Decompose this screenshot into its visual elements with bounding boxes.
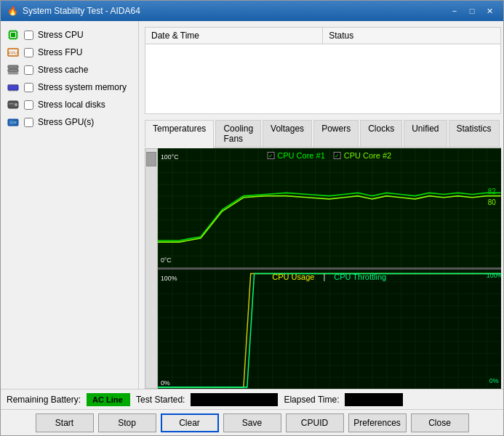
legend-core2-label: CPU Core #2 xyxy=(344,151,391,160)
title-bar: 🔥 System Stability Test - AIDA64 − □ ✕ xyxy=(1,1,503,21)
window-title: System Stability Test - AIDA64 xyxy=(23,6,447,16)
temperature-legend: CPU Core #1 CPU Core #2 xyxy=(267,151,391,160)
stress-disk-checkbox[interactable] xyxy=(24,100,33,110)
svg-rect-24 xyxy=(16,84,17,86)
tab-temperatures[interactable]: Temperatures xyxy=(145,120,214,148)
svg-text:0%: 0% xyxy=(489,377,499,385)
svg-text:FPU: FPU xyxy=(9,51,17,55)
tab-powers[interactable]: Powers xyxy=(313,120,359,147)
svg-rect-17 xyxy=(8,69,18,72)
svg-rect-34 xyxy=(9,121,14,124)
svg-rect-21 xyxy=(11,84,12,86)
close-window-button[interactable]: ✕ xyxy=(481,4,497,18)
stress-cpu-checkbox[interactable] xyxy=(24,31,33,40)
legend-usage-label: CPU Usage xyxy=(272,272,314,281)
log-area: Date & Time Status xyxy=(145,27,501,114)
log-header: Date & Time Status xyxy=(145,28,500,44)
legend-usage: CPU Usage xyxy=(272,272,314,281)
tab-statistics[interactable]: Statistics xyxy=(449,120,500,147)
stress-fpu-checkbox[interactable] xyxy=(24,48,33,57)
stress-fpu-label: Stress FPU xyxy=(38,47,82,57)
footer-buttons: Start Stop Clear Save CPUID Preferences … xyxy=(1,409,503,435)
cache-icon xyxy=(7,63,20,76)
temperature-chart-svg: 100°C 0°C 82 80 xyxy=(158,148,501,267)
svg-text:100°C: 100°C xyxy=(161,153,179,161)
close-button[interactable]: Close xyxy=(411,413,469,432)
stress-memory-checkbox[interactable] xyxy=(24,83,33,92)
stop-button[interactable]: Stop xyxy=(98,413,156,432)
usage-chart-svg: 100% 0% 100% 0% xyxy=(158,270,501,389)
legend-core1-label: CPU Core #1 xyxy=(277,151,324,160)
svg-rect-1 xyxy=(11,33,15,37)
svg-rect-20 xyxy=(9,84,10,86)
save-button[interactable]: Save xyxy=(223,413,281,432)
stress-disk-item[interactable]: Stress local disks xyxy=(7,97,132,113)
stress-cache-checkbox[interactable] xyxy=(24,65,33,75)
svg-rect-19 xyxy=(8,85,18,90)
svg-text:0°C: 0°C xyxy=(161,256,172,263)
battery-label: Remaining Battery: xyxy=(7,395,81,405)
main-content: Stress CPU FPU Stress FPU Stress cache xyxy=(1,21,503,389)
right-panel: Date & Time Status Temperatures Cooling … xyxy=(139,21,503,389)
stress-cpu-item[interactable]: Stress CPU xyxy=(7,27,132,43)
svg-rect-22 xyxy=(12,84,14,86)
battery-value: AC Line xyxy=(87,393,130,406)
svg-rect-25 xyxy=(9,90,10,92)
svg-rect-32 xyxy=(9,103,14,105)
tab-cooling-fans[interactable]: Cooling Fans xyxy=(215,120,261,147)
svg-text:80: 80 xyxy=(488,198,496,206)
elapsed-time-label: Elapsed Time: xyxy=(284,395,339,405)
tab-unified[interactable]: Unified xyxy=(404,120,447,147)
app-icon: 🔥 xyxy=(7,5,18,17)
bottom-info-bar: Remaining Battery: AC Line Test Started:… xyxy=(1,389,503,409)
svg-rect-28 xyxy=(15,90,16,92)
ram-icon xyxy=(7,81,20,94)
svg-rect-26 xyxy=(11,90,12,92)
charts-area: 100°C 0°C 82 80 CPU Core #1 xyxy=(145,148,501,389)
stress-gpu-checkbox[interactable] xyxy=(24,118,33,127)
svg-rect-16 xyxy=(8,65,18,68)
stress-gpu-item[interactable]: Stress GPU(s) xyxy=(7,114,132,130)
tabs-section: Temperatures Cooling Fans Voltages Power… xyxy=(145,120,501,389)
start-button[interactable]: Start xyxy=(36,413,94,432)
svg-point-35 xyxy=(15,121,17,124)
left-panel: Stress CPU FPU Stress FPU Stress cache xyxy=(1,21,139,389)
clear-button[interactable]: Clear xyxy=(161,413,219,432)
stress-gpu-label: Stress GPU(s) xyxy=(38,117,94,127)
svg-text:100%: 100% xyxy=(161,275,177,283)
charts-wrapper: 100°C 0°C 82 80 CPU Core #1 xyxy=(158,148,501,389)
log-col-status: Status xyxy=(323,28,500,44)
minimize-button[interactable]: − xyxy=(447,4,463,18)
cpu-icon xyxy=(7,28,20,41)
svg-rect-23 xyxy=(15,84,16,86)
tab-clocks[interactable]: Clocks xyxy=(360,120,402,147)
svg-text:82: 82 xyxy=(488,187,496,195)
stress-fpu-item[interactable]: FPU Stress FPU xyxy=(7,44,132,60)
stress-cache-label: Stress cache xyxy=(38,65,88,75)
test-started-value xyxy=(191,393,278,406)
svg-rect-29 xyxy=(16,90,17,92)
legend-core1: CPU Core #1 xyxy=(267,151,324,160)
stress-cache-item[interactable]: Stress cache xyxy=(7,62,132,78)
cpuid-button[interactable]: CPUID xyxy=(286,413,344,432)
preferences-button[interactable]: Preferences xyxy=(348,413,407,432)
svg-rect-18 xyxy=(8,73,18,74)
stress-memory-label: Stress system memory xyxy=(38,82,127,92)
stress-disk-label: Stress local disks xyxy=(38,100,105,110)
fpu-icon: FPU xyxy=(7,46,20,59)
svg-rect-27 xyxy=(12,90,14,92)
tab-bar: Temperatures Cooling Fans Voltages Power… xyxy=(145,120,501,148)
vertical-scrollbar[interactable] xyxy=(145,148,158,389)
elapsed-time-value xyxy=(345,393,403,406)
legend-core2-check xyxy=(334,152,341,159)
stress-memory-item[interactable]: Stress system memory xyxy=(7,79,132,95)
tab-voltages[interactable]: Voltages xyxy=(263,120,312,147)
usage-legend: CPU Usage | CPU Throttling xyxy=(272,272,386,281)
svg-text:100%: 100% xyxy=(487,272,501,280)
legend-throttling: CPU Throttling xyxy=(334,272,386,281)
svg-point-31 xyxy=(15,103,17,106)
svg-rect-37 xyxy=(158,148,501,267)
maximize-button[interactable]: □ xyxy=(464,4,480,18)
test-started-label: Test Started: xyxy=(136,395,185,405)
legend-throttling-label: CPU Throttling xyxy=(334,272,386,281)
